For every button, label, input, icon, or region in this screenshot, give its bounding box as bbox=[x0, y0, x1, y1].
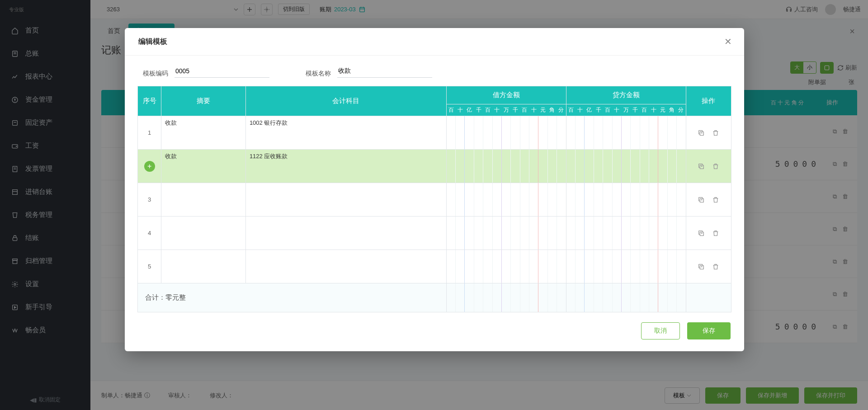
cell-debit[interactable] bbox=[446, 183, 566, 217]
modal-form: 模板编码 模板名称 bbox=[125, 56, 744, 86]
cell-account[interactable]: 1002 银行存款 bbox=[245, 116, 446, 150]
cell-debit[interactable] bbox=[446, 116, 566, 150]
th-account: 会计科目 bbox=[245, 86, 446, 116]
table-row[interactable]: 4 bbox=[138, 217, 731, 250]
modal-close-button[interactable]: ✕ bbox=[722, 36, 733, 47]
total-label: 合计：零元整 bbox=[138, 283, 447, 312]
cell-abstract[interactable] bbox=[161, 217, 246, 250]
cell-seq: + bbox=[138, 150, 161, 183]
delete-icon[interactable] bbox=[712, 129, 720, 137]
copy-icon[interactable] bbox=[697, 229, 705, 237]
cell-credit[interactable] bbox=[566, 150, 686, 183]
cell-ops bbox=[686, 183, 731, 217]
cell-account[interactable] bbox=[245, 217, 446, 250]
cell-debit[interactable] bbox=[446, 217, 566, 250]
template-name-field: 模板名称 bbox=[306, 66, 432, 78]
modal-title: 编辑模板 bbox=[138, 37, 167, 47]
cell-debit[interactable] bbox=[446, 150, 566, 183]
th-credit: 贷方金额 bbox=[566, 86, 686, 104]
template-table: 序号 摘要 会计科目 借方金额 贷方金额 操作 百十亿千百十万千百十元角分 百十… bbox=[137, 86, 731, 312]
delete-icon[interactable] bbox=[712, 196, 720, 204]
template-code-input[interactable] bbox=[175, 66, 269, 78]
cell-ops bbox=[686, 217, 731, 250]
svg-rect-16 bbox=[700, 165, 704, 169]
table-row[interactable]: 1收款1002 银行存款 bbox=[138, 116, 731, 150]
table-row[interactable]: +收款1122 应收账款 bbox=[138, 150, 731, 183]
th-credit-digits: 百十亿千百十万千百十元角分 bbox=[566, 104, 686, 116]
svg-rect-17 bbox=[700, 198, 704, 202]
delete-icon[interactable] bbox=[712, 263, 720, 271]
cell-credit[interactable] bbox=[566, 250, 686, 283]
cell-abstract[interactable] bbox=[161, 183, 246, 217]
modal-footer: 取消 保存 bbox=[125, 312, 744, 341]
total-ops-cell bbox=[686, 283, 731, 312]
cell-abstract[interactable] bbox=[161, 250, 246, 283]
th-ops: 操作 bbox=[686, 86, 731, 116]
cell-ops bbox=[686, 116, 731, 150]
th-debit: 借方金额 bbox=[446, 86, 566, 104]
cell-seq: 4 bbox=[138, 217, 161, 250]
cell-abstract[interactable]: 收款 bbox=[161, 150, 246, 183]
cell-credit[interactable] bbox=[566, 116, 686, 150]
edit-template-modal: 编辑模板 ✕ 模板编码 模板名称 序号 摘要 会计科目 借方金额 贷方金额 操作 bbox=[125, 28, 744, 351]
cell-account[interactable] bbox=[245, 183, 446, 217]
cell-seq: 1 bbox=[138, 116, 161, 150]
cell-seq: 5 bbox=[138, 250, 161, 283]
copy-icon[interactable] bbox=[697, 162, 705, 170]
template-name-label: 模板名称 bbox=[306, 70, 331, 78]
modal-header: 编辑模板 ✕ bbox=[125, 28, 744, 56]
cell-account[interactable] bbox=[245, 250, 446, 283]
table-row[interactable]: 3 bbox=[138, 183, 731, 217]
cell-debit[interactable] bbox=[446, 250, 566, 283]
template-code-field: 模板编码 bbox=[143, 66, 269, 78]
cell-abstract[interactable]: 收款 bbox=[161, 116, 246, 150]
total-debit bbox=[446, 283, 566, 312]
svg-rect-15 bbox=[700, 132, 704, 135]
cell-ops bbox=[686, 150, 731, 183]
copy-icon[interactable] bbox=[697, 129, 705, 137]
cell-account[interactable]: 1122 应收账款 bbox=[245, 150, 446, 183]
cell-seq: 3 bbox=[138, 183, 161, 217]
add-row-button[interactable]: + bbox=[144, 161, 155, 172]
table-row[interactable]: 5 bbox=[138, 250, 731, 283]
th-debit-digits: 百十亿千百十万千百十元角分 bbox=[446, 104, 566, 116]
cell-ops bbox=[686, 250, 731, 283]
delete-icon[interactable] bbox=[712, 162, 720, 170]
total-credit bbox=[566, 283, 686, 312]
delete-icon[interactable] bbox=[712, 229, 720, 237]
save-button[interactable]: 保存 bbox=[687, 322, 731, 339]
cancel-button[interactable]: 取消 bbox=[641, 322, 680, 339]
template-name-input[interactable] bbox=[337, 66, 432, 78]
cell-credit[interactable] bbox=[566, 183, 686, 217]
copy-icon[interactable] bbox=[697, 196, 705, 204]
copy-icon[interactable] bbox=[697, 263, 705, 271]
th-seq: 序号 bbox=[138, 86, 161, 116]
cell-credit[interactable] bbox=[566, 217, 686, 250]
th-abstract: 摘要 bbox=[161, 86, 246, 116]
template-code-label: 模板编码 bbox=[143, 70, 168, 78]
